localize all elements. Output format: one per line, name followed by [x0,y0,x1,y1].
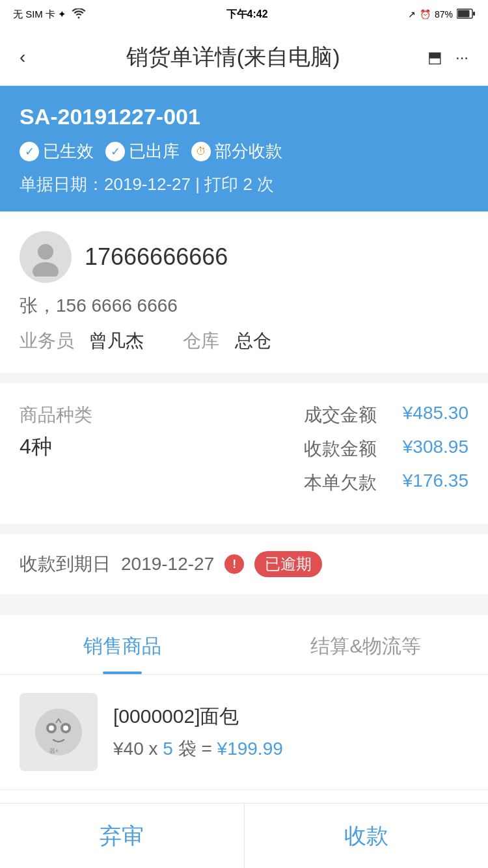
order-header: SA-20191227-001 ✓ 已生效 ✓ 已出库 ⏱ 部分收款 单据日期：… [0,86,488,211]
category-label: 商品种类 [20,403,92,427]
svg-rect-2 [473,12,475,16]
svg-point-3 [38,244,53,260]
customer-name: 张，156 6666 6666 [20,293,468,318]
due-date-section: 收款到期日 2019-12-27 ! 已逾期 [0,534,488,594]
divider-1 [0,604,488,615]
svg-point-9 [63,726,68,731]
deal-label: 成交金额 [304,403,377,427]
tabs-section: 销售商品 结算&物流等 [0,615,488,675]
deal-amount-row: 成交金额 ¥485.30 [304,403,468,427]
sim-text: 无 SIM 卡 ✦ [13,8,66,21]
order-date-info: 单据日期：2019-12-27 | 打印 2 次 [20,173,468,196]
svg-text:器+: 器+ [49,748,59,754]
collect-payment-button[interactable]: 收款 [245,804,489,868]
svg-point-4 [33,262,59,277]
product-info-1: [0000002]面包 ¥40 x 5 袋 = ¥199.99 [113,703,468,761]
debt-value: ¥176.35 [403,470,468,495]
debt-label: 本单欠款 [304,470,377,495]
overdue-badge: 已逾期 [254,551,322,577]
overdue-warning-icon: ! [224,554,244,574]
debt-amount-row: 本单欠款 ¥176.35 [304,470,468,495]
check-icon-1: ✓ [20,142,39,161]
status-left: 无 SIM 卡 ✦ [13,8,86,21]
salesperson-value: 曾凡杰 [89,331,144,351]
badge-effective: ✓ 已生效 [20,140,94,163]
battery-icon [457,8,475,21]
category-stats: 商品种类 4种 [20,403,92,461]
location-icon: ↗ [408,9,416,20]
check-icon-2: ✓ [105,142,125,161]
product-item-1: 器+ [0000002]面包 ¥40 x 5 袋 = ¥199.99 [0,675,488,790]
wifi-icon [72,8,86,21]
product-qty-1: 5 [163,739,173,759]
warehouse-value: 总仓 [235,331,271,351]
alarm-icon: ⏰ [420,9,431,20]
salesperson-info: 业务员 曾凡杰 [20,329,144,353]
order-id: SA-20191227-001 [20,104,468,129]
amount-stats: 成交金额 ¥485.30 收款金额 ¥308.95 本单欠款 ¥176.35 [304,403,468,504]
badge-shipped: ✓ 已出库 [105,140,180,163]
due-date: 2019-12-27 [121,554,214,575]
tab-settlement[interactable]: 结算&物流等 [244,615,488,674]
avatar [20,231,72,283]
receipt-amount-row: 收款金额 ¥308.95 [304,437,468,461]
customer-section: 17666666666 张，156 6666 6666 业务员 曾凡杰 仓库 总… [0,211,488,373]
page-title: 销货单详情(来自电脑) [38,42,427,72]
badge-partial: ⏱ 部分收款 [191,140,282,163]
svg-rect-1 [457,10,469,17]
tabs-row: 销售商品 结算&物流等 [0,615,488,674]
receipt-value: ¥308.95 [403,437,468,461]
customer-phone: 17666666666 [85,243,228,271]
salesperson-label: 业务员 [20,331,74,351]
cancel-review-button[interactable]: 弃审 [0,804,245,868]
order-badges: ✓ 已生效 ✓ 已出库 ⏱ 部分收款 [20,140,468,163]
due-label: 收款到期日 [20,552,111,576]
back-button[interactable]: ‹ [20,47,25,68]
category-value: 4种 [20,433,92,461]
status-bar: 无 SIM 卡 ✦ 下午4:42 ↗ ⏰ 87% [0,0,488,29]
battery-text: 87% [435,9,453,20]
svg-point-8 [49,726,54,731]
deal-value: ¥485.30 [403,403,468,427]
product-total-1: ¥199.99 [217,739,283,759]
status-right: ↗ ⏰ 87% [408,8,475,21]
product-thumb-1: 器+ [20,693,98,771]
tab-products[interactable]: 销售商品 [0,615,244,674]
warehouse-info: 仓库 总仓 [183,329,271,353]
product-price-1: ¥40 x 5 袋 = ¥199.99 [113,737,468,761]
customer-row: 17666666666 [20,231,468,283]
more-button[interactable]: ··· [455,48,468,66]
nav-bar: ‹ 销货单详情(来自电脑) ⬒ ··· [0,29,488,86]
receipt-label: 收款金额 [304,437,377,461]
nav-actions: ⬒ ··· [427,48,468,66]
status-time: 下午4:42 [226,8,268,21]
stats-section: 商品种类 4种 成交金额 ¥485.30 收款金额 ¥308.95 本单欠款 ¥… [0,383,488,524]
share-button[interactable]: ⬒ [427,48,442,66]
product-name-1: [0000002]面包 [113,703,468,730]
clock-icon: ⏱ [191,142,211,161]
bottom-bar: 弃审 收款 [0,803,488,868]
customer-meta: 业务员 曾凡杰 仓库 总仓 [20,329,468,353]
warehouse-label: 仓库 [183,331,219,351]
